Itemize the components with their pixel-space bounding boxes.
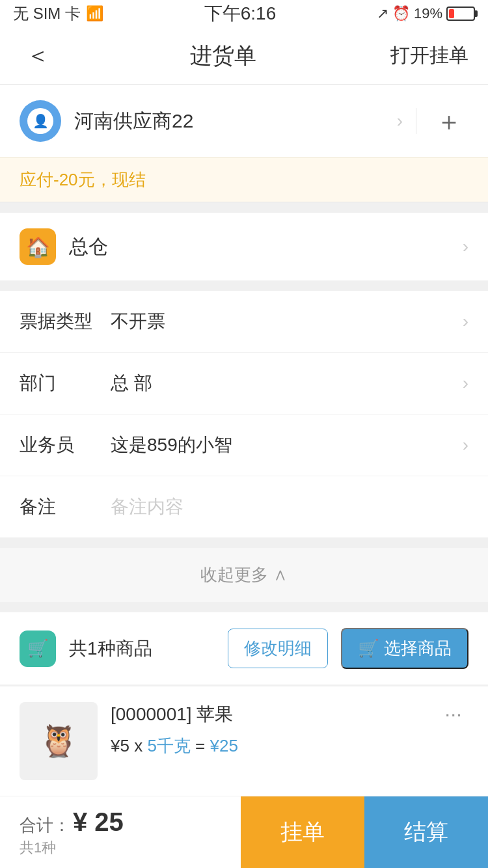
bottom-bar: 合计： ¥ 25 共1种 挂单 结算 [0,796,488,868]
warehouse-row[interactable]: 🏠 总仓 › [0,213,488,280]
select-products-button[interactable]: 🛒 选择商品 [341,628,468,669]
products-header: 🛒 共1种商品 修改明细 🛒 选择商品 [0,612,488,685]
alarm-icon: ⏰ [392,5,410,22]
status-right: ↗ ⏰ 19% [377,5,475,22]
dept-label: 部门 [20,371,111,396]
remark-label: 备注 [20,495,111,519]
product-item: 🦉 [0000001] 苹果 ¥5 x 5千克 = ¥25 ··· [0,686,488,796]
total-amount: ¥ 25 [73,807,124,837]
dept-value: 总 部 [111,371,463,396]
invoice-label: 票据类型 [20,309,111,334]
nav-bar: ＜ 进货单 打开挂单 [0,27,488,85]
product-info: [0000001] 苹果 ¥5 x 5千克 = ¥25 [111,702,438,757]
supplier-avatar: 👤 [20,100,61,142]
supplier-name: 河南供应商22 [74,108,397,135]
supplier-notice: 应付-20元，现结 [0,157,488,202]
edit-details-button[interactable]: 修改明细 [228,629,328,668]
collapse-section[interactable]: 收起更多 ∧ [0,548,488,602]
suspend-button[interactable]: 挂单 [241,796,364,868]
status-time: 下午6:16 [204,1,277,26]
sales-value: 这是859的小智 [111,433,463,457]
wifi-icon: 📶 [86,5,103,22]
add-supplier-button[interactable]: ＋ [429,103,468,139]
products-icon: 🛒 [20,631,56,667]
open-suspend-button[interactable]: 打开挂单 [390,42,468,69]
total-section: 合计： ¥ 25 共1种 [0,807,241,858]
product-more-button[interactable]: ··· [438,702,468,726]
dept-row[interactable]: 部门 总 部 › [0,353,488,414]
total-count: 共1种 [20,838,221,858]
settle-button[interactable]: 结算 [364,796,488,868]
remark-input[interactable]: 备注内容 [111,495,468,519]
cart-icon: 🛒 [358,638,379,658]
divider [416,108,416,134]
user-icon: 👤 [33,113,49,129]
invoice-value: 不开票 [111,309,463,334]
content: 👤 河南供应商22 › ＋ 应付-20元，现结 🏠 总仓 › 票据类型 不开票 … [0,85,488,868]
products-count: 共1种商品 [69,636,215,661]
status-bar: 无 SIM 卡 📶 下午6:16 ↗ ⏰ 19% [0,0,488,27]
owl-icon: 🦉 [39,723,78,759]
warehouse-icon: 🏠 [20,228,56,265]
chevron-right-icon: › [463,311,468,332]
product-thumbnail: 🦉 [20,702,98,780]
battery-icon [446,7,475,21]
battery-percent: 19% [414,5,442,22]
invoice-row[interactable]: 票据类型 不开票 › [0,291,488,353]
chevron-right-icon: › [397,111,403,131]
sales-label: 业务员 [20,433,111,457]
sales-row[interactable]: 业务员 这是859的小智 › [0,414,488,476]
warehouse-section: 🏠 总仓 › [0,213,488,280]
chevron-right-icon: › [463,236,468,257]
warehouse-name: 总仓 [69,234,463,260]
remark-row[interactable]: 备注 备注内容 [0,476,488,537]
total-label: 合计： [20,814,70,837]
product-price: ¥5 x 5千克 = ¥25 [111,735,438,757]
product-name: [0000001] 苹果 [111,702,438,727]
status-carrier: 无 SIM 卡 📶 [13,3,103,24]
supplier-avatar-inner: 👤 [27,108,53,134]
collapse-button[interactable]: 收起更多 ∧ [200,563,287,586]
chevron-right-icon: › [463,435,468,455]
supplier-row[interactable]: 👤 河南供应商22 › ＋ [0,85,488,157]
back-button[interactable]: ＜ [20,33,56,78]
location-icon: ↗ [377,5,388,22]
page-title: 进货单 [190,41,256,71]
supplier-section: 👤 河南供应商22 › ＋ 应付-20元，现结 [0,85,488,202]
form-section: 票据类型 不开票 › 部门 总 部 › 业务员 这是859的小智 › 备注 备注… [0,291,488,537]
chevron-right-icon: › [463,373,468,394]
